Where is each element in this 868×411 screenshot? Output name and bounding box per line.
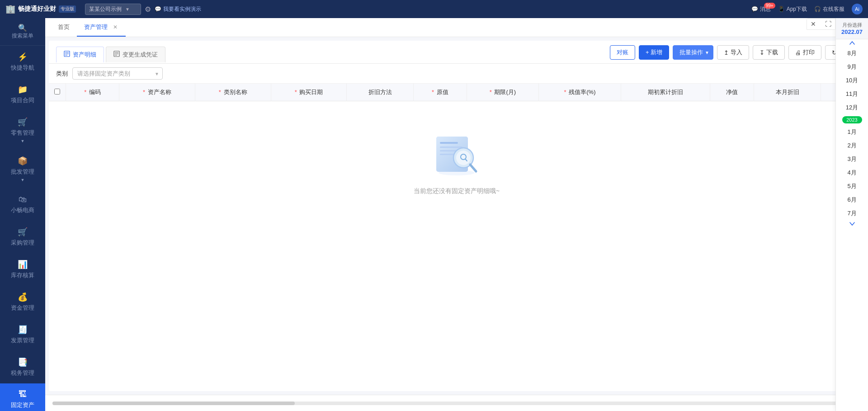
sidebar-label-retail: 零售管理 — [11, 129, 34, 137]
add-label: + 新增 — [646, 48, 662, 57]
sidebar-item-project[interactable]: 📁 项目合同 — [0, 78, 45, 111]
month-item-7[interactable]: 7月 — [836, 207, 868, 220]
panel-close-button[interactable]: ✕ — [807, 19, 820, 29]
panel-expand-button[interactable]: ⛶ — [821, 19, 835, 29]
online-service-button[interactable]: 🎧 在线客服 — [814, 5, 844, 13]
sidebar-label-batch: 批发管理 — [11, 168, 34, 176]
tab-home-label: 首页 — [58, 23, 70, 31]
category-filter-select[interactable]: 请选择固定资产类别 — [72, 67, 163, 80]
message-badge: 99+ — [764, 3, 775, 9]
reconcile-label: 对账 — [617, 48, 628, 57]
col-code: * 编码 — [66, 84, 119, 101]
batch-icon: 📦 — [18, 156, 28, 166]
ecom-icon: 🛍 — [19, 195, 27, 204]
message-button[interactable]: 💬 消息 99+ — [751, 5, 771, 13]
col-name: * 资产名称 — [119, 84, 195, 101]
sidebar-item-purchase[interactable]: 🛒 采购管理 — [0, 221, 45, 253]
svg-line-17 — [470, 165, 476, 171]
import-button[interactable]: ↥ 导入 — [717, 45, 749, 60]
svg-rect-11 — [440, 142, 458, 144]
sidebar-search[interactable]: 🔍 搜索菜单 — [0, 18, 45, 46]
month-panel-header: 月份选择 2022.07 — [836, 18, 868, 39]
table-wrap[interactable]: * 编码 * 资产名称 * 类别名称 — [49, 84, 864, 391]
sidebar-item-stock[interactable]: 📊 库存核算 — [0, 253, 45, 286]
batch-button[interactable]: 批量操作 ▼ — [673, 45, 713, 60]
tax-icon: 📑 — [18, 357, 28, 367]
select-all-checkbox[interactable] — [54, 89, 60, 94]
sidebar-label-tax: 税务管理 — [11, 369, 34, 377]
download-button[interactable]: ↧ 下载 — [753, 45, 785, 60]
fund-icon: 💰 — [18, 292, 28, 302]
month-item-5[interactable]: 5月 — [836, 180, 868, 193]
sidebar-item-retail[interactable]: 🛒 零售管理 ▼ — [0, 111, 45, 150]
top-bar-mid: 某某公司示例 ▼ ⚙ 💬 我要看实例演示 — [85, 4, 751, 15]
sidebar-label-ecom: 小畅电商 — [11, 206, 34, 214]
filter-row: 类别 请选择固定资产类别 — [49, 64, 864, 84]
search-label: 搜索菜单 — [0, 32, 45, 40]
sidebar-item-fund[interactable]: 💰 资金管理 — [0, 286, 45, 318]
month-item-9[interactable]: 9月 — [836, 60, 868, 74]
sidebar-item-tax[interactable]: 📑 税务管理 — [0, 351, 45, 383]
col-depreciation-method: 折旧方法 — [347, 84, 413, 101]
scrollbar-thumb[interactable] — [52, 402, 295, 405]
sidebar-label-stock: 库存核算 — [11, 271, 34, 279]
stock-icon: 📊 — [18, 260, 28, 269]
tab-home[interactable]: 首页 — [51, 18, 77, 37]
month-item-4[interactable]: 4月 — [836, 166, 868, 180]
month-item-1[interactable]: 1月 — [836, 125, 868, 139]
category-filter-wrap: 请选择固定资产类别 — [72, 67, 163, 80]
sidebar-item-ecom[interactable]: 🛍 小畅电商 — [0, 189, 45, 221]
batch-label: 批量操作 — [679, 48, 703, 57]
add-button[interactable]: + 新增 — [639, 45, 669, 60]
chevron-down-icon: ▼ — [705, 50, 709, 55]
message-icon: 💬 — [751, 6, 758, 12]
retail-icon: 🛒 — [18, 117, 28, 127]
tab-assets[interactable]: 资产管理 ✕ — [77, 18, 126, 37]
horizontal-scrollbar[interactable] — [52, 402, 861, 405]
month-item-11[interactable]: 11月 — [836, 87, 868, 101]
month-nav-up[interactable] — [836, 39, 868, 47]
table-header-row: * 编码 * 资产名称 * 类别名称 — [49, 84, 864, 101]
sub-tab-detail[interactable]: 资产明细 — [56, 47, 104, 62]
company-name: 某某公司示例 — [89, 5, 122, 13]
demo-text: 我要看实例演示 — [163, 5, 201, 13]
company-selector[interactable]: 某某公司示例 ▼ — [85, 4, 141, 15]
user-profile[interactable]: Ai — [852, 4, 863, 14]
voucher-tab-icon — [113, 51, 120, 58]
month-nav-down[interactable] — [836, 220, 868, 227]
month-item-2[interactable]: 2月 — [836, 139, 868, 152]
col-accumulated-dep: 期初累计折旧 — [621, 84, 710, 101]
top-bar-right: 💬 消息 99+ 📱 App下载 🎧 在线客服 Ai — [751, 4, 863, 14]
month-item-12[interactable]: 12月 — [836, 101, 868, 114]
sidebar-item-quicknav[interactable]: ⚡ 快捷导航 — [0, 46, 45, 78]
print-button[interactable]: 🖨 打印 — [788, 45, 821, 60]
online-service-label: 在线客服 — [823, 5, 844, 13]
content-area: 首页 资产管理 ✕ — [45, 18, 868, 411]
month-item-10[interactable]: 10月 — [836, 74, 868, 87]
month-item-3[interactable]: 3月 — [836, 152, 868, 166]
demo-link[interactable]: 💬 我要看实例演示 — [155, 5, 201, 13]
month-item-8[interactable]: 8月 — [836, 47, 868, 60]
sidebar-item-invoice[interactable]: 🧾 发票管理 — [0, 318, 45, 351]
col-period: * 期限(月) — [467, 84, 539, 101]
version-badge: 专业版 — [59, 5, 76, 13]
tab-bar: 首页 资产管理 ✕ — [45, 18, 868, 37]
detail-tab-icon — [64, 51, 70, 58]
col-monthly-dep: 本月折旧 — [754, 84, 821, 101]
empty-illustration — [427, 128, 486, 178]
month-panel: ✕ ⛶ 月份选择 2022.07 8月 9月 10月 11月 12月 2023 … — [835, 18, 868, 411]
sub-tab-voucher[interactable]: 变更生成凭证 — [106, 47, 165, 62]
tab-close-button[interactable]: ✕ — [112, 24, 118, 30]
search-icon: 🔍 — [0, 24, 45, 32]
page-content: 资产明细 变更生成凭证 对 — [49, 41, 864, 391]
sidebar-label-invoice: 发票管理 — [11, 336, 34, 345]
sidebar-item-assets[interactable]: 🏗 固定资产 — [0, 383, 45, 411]
reconcile-button[interactable]: 对账 — [610, 45, 635, 60]
select-all-header[interactable] — [49, 84, 66, 101]
month-item-6[interactable]: 6月 — [836, 193, 868, 207]
sidebar-item-batch[interactable]: 📦 批发管理 ▼ — [0, 150, 45, 189]
settings-icon[interactable]: ⚙ — [145, 5, 151, 14]
project-icon: 📁 — [18, 85, 28, 94]
purchase-icon: 🛒 — [18, 227, 28, 237]
app-download-button[interactable]: 📱 App下载 — [778, 5, 807, 13]
